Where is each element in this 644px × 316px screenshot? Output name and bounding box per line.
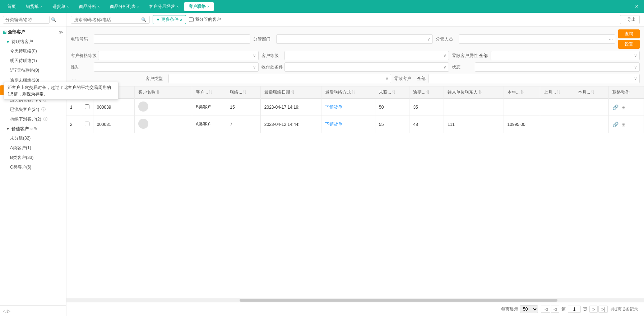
sidebar-pending-contact-group[interactable]: ▼ 待联络客户 — [0, 37, 66, 46]
row1-check[interactable] — [85, 104, 89, 109]
row2-link-icon[interactable]: 🔗 — [612, 122, 618, 127]
filter-search-input[interactable] — [74, 17, 140, 22]
th-last-month[interactable]: 上月...⇅ — [540, 86, 574, 99]
manager-select[interactable]: ··· — [459, 34, 615, 44]
sort-icon-uncontacted[interactable]: ⇅ — [392, 90, 395, 95]
sort-icon-overdue[interactable]: ⇅ — [426, 90, 430, 95]
sidebar-class-c[interactable]: C类客户(6) — [0, 162, 66, 172]
nav-home[interactable]: 首页 — [3, 2, 20, 11]
th-contact[interactable]: 联络...⇅ — [226, 86, 260, 99]
nav-sales-close[interactable]: × — [40, 5, 42, 9]
row1-link-icon[interactable]: 🔗 — [612, 104, 618, 110]
nav-analysis[interactable]: 商品分析 × — [75, 2, 104, 11]
sort-icon-year[interactable]: ⇅ — [520, 90, 524, 95]
sidebar-declining[interactable]: 持续下滑客户(2) ⓘ — [0, 114, 66, 124]
nav-customer-contact[interactable]: 客户联络 × — [184, 2, 214, 11]
sidebar-tomorrow-contact[interactable]: 明天待联络(1) — [0, 56, 66, 66]
row2-action: 🔗 ⊞ — [608, 116, 644, 133]
th-name[interactable]: 客户名称⇅ — [134, 86, 192, 99]
page-number-input[interactable] — [568, 306, 581, 313]
customer-level-select[interactable]: ∨ — [284, 51, 449, 60]
nav-analysis-list-close[interactable]: × — [137, 5, 139, 9]
gender-select[interactable]: ∨ — [94, 62, 259, 72]
nav-analysis-list[interactable]: 商品分析列表 × — [106, 2, 144, 11]
per-page-select[interactable]: 50 20 100 — [520, 305, 538, 313]
sort-icon-date[interactable]: ⇅ — [291, 90, 295, 95]
window-close-button[interactable]: × — [632, 3, 641, 10]
sort-icon-cat[interactable]: ⇅ — [209, 90, 212, 95]
sidebar-7day-contact[interactable]: 近7天待联络(0) — [0, 66, 66, 75]
retail-customer-select[interactable]: ∨ — [428, 74, 640, 83]
row1-last-method[interactable]: 下销货单 — [321, 99, 375, 116]
row2-last-method[interactable]: 下销货单 — [321, 116, 375, 133]
th-last-date[interactable]: 最后联络日期⇅ — [260, 86, 321, 99]
row1-grid-icon[interactable]: ⊞ — [621, 104, 626, 110]
th-unit-contact[interactable]: 往来单位联系人⇅ — [444, 86, 504, 99]
th-category[interactable]: 客户...⇅ — [192, 86, 226, 99]
th-uncontacted[interactable]: 未联...⇅ — [375, 86, 409, 99]
export-button[interactable]: ↑ 导出 — [620, 15, 640, 24]
row1-unit-contact — [444, 99, 504, 116]
nav-customer-contact-close[interactable]: × — [207, 5, 209, 9]
nav-customer-tier-close[interactable]: × — [176, 5, 179, 9]
sidebar-churned[interactable]: 已流失客户(24) ⓘ — [0, 105, 66, 114]
row2-grid-icon[interactable]: ⊞ — [621, 122, 626, 127]
sort-icon-unit[interactable]: ⇅ — [478, 90, 482, 95]
nav-customer-tier[interactable]: 客户分层经营 × — [145, 2, 183, 11]
first-page-button[interactable]: |◁ — [541, 306, 550, 313]
sidebar-value-customers-group[interactable]: ▼ 价值客户 ○ ✎ — [0, 124, 66, 133]
edit-icon[interactable]: ○ ✎ — [30, 126, 38, 131]
prev-page-button[interactable]: ◁ — [551, 306, 559, 313]
sort-icon-name[interactable]: ⇅ — [156, 90, 160, 95]
nav-sales[interactable]: 销货单 × — [22, 2, 47, 11]
sidebar-expand-icon[interactable]: ◁ ▷ — [3, 308, 10, 313]
th-action[interactable]: 联络动作 — [608, 86, 644, 99]
row2-action-icons: 🔗 ⊞ — [612, 122, 640, 127]
row1-checkbox[interactable] — [81, 99, 93, 116]
last-page-button[interactable]: ▷| — [598, 306, 608, 313]
retail-attr-select[interactable]: ∨ — [491, 51, 640, 60]
sort-icon-contact[interactable]: ⇅ — [243, 90, 246, 95]
row2-check[interactable] — [85, 122, 89, 126]
my-customers-checkbox[interactable] — [189, 17, 194, 22]
sort-icon-method[interactable]: ⇅ — [352, 90, 355, 95]
filter-more-conditions[interactable]: ▼ 更多条件 ∧ — [153, 15, 186, 24]
th-this-month[interactable]: 本月...⇅ — [574, 86, 608, 99]
sidebar-ungrouped[interactable]: 未分组(32) — [0, 133, 66, 143]
next-page-button[interactable]: ▷ — [589, 306, 598, 313]
sort-icon-lmonth[interactable]: ⇅ — [557, 90, 560, 95]
query-button[interactable]: 查询 — [618, 29, 640, 38]
sidebar-search-icon[interactable]: 🔍 — [51, 17, 56, 22]
collapse-icon[interactable]: ≫ — [59, 30, 63, 35]
row2-checkbox[interactable] — [81, 116, 93, 133]
nav-purchase-close[interactable]: × — [67, 5, 69, 9]
th-this-year[interactable]: 本年...⇅ — [504, 86, 540, 99]
page-label: 第 — [560, 306, 567, 312]
sidebar-all-customers-header[interactable]: ⊞ 全部客户 ≫ — [0, 27, 66, 37]
th-last-method[interactable]: 最后联络方式⇅ — [321, 86, 375, 99]
nav-purchase[interactable]: 进货单 × — [48, 2, 73, 11]
settings-button[interactable]: 设置 — [618, 40, 640, 49]
customer-type-select[interactable]: ∨ — [168, 74, 391, 83]
payment-select[interactable]: ∨ — [284, 62, 449, 72]
scroll-thumb[interactable] — [240, 299, 557, 302]
nav-customer-tier-label: 客户分层经营 — [149, 4, 175, 10]
phone-input[interactable] — [94, 34, 250, 44]
th-overdue[interactable]: 逾期...⇅ — [409, 86, 444, 99]
row1-code: 000039 — [93, 99, 134, 116]
dots-label[interactable]: ... — [71, 76, 77, 81]
horizontal-scrollbar[interactable] — [66, 298, 644, 302]
sidebar-content: ⊞ 全部客户 ≫ ▼ 待联络客户 今天待联络(0) 明天待联络(1) 近7天待联… — [0, 27, 66, 305]
sidebar-class-a[interactable]: A类客户(1) — [0, 143, 66, 153]
sort-icon-tmonth[interactable]: ⇅ — [591, 90, 594, 95]
sidebar-class-b[interactable]: B类客户(33) — [0, 153, 66, 162]
filter-search-icon[interactable]: 🔍 — [141, 17, 147, 22]
status-select[interactable]: ∨ — [475, 62, 640, 72]
price-level-select[interactable]: ∨ — [98, 51, 259, 60]
main-layout: 🔍 ⊞ 全部客户 ≫ ▼ 待联络客户 今天待联络(0) 明天待联络(1) 近7天… — [0, 13, 644, 316]
sidebar-today-contact[interactable]: 今天待联络(0) — [0, 46, 66, 56]
nav-analysis-close[interactable]: × — [98, 5, 100, 9]
sidebar-search-input[interactable] — [3, 16, 50, 24]
my-customers-filter: 我分管的客户 — [189, 16, 221, 23]
dept-select[interactable]: ∨ — [276, 34, 433, 44]
